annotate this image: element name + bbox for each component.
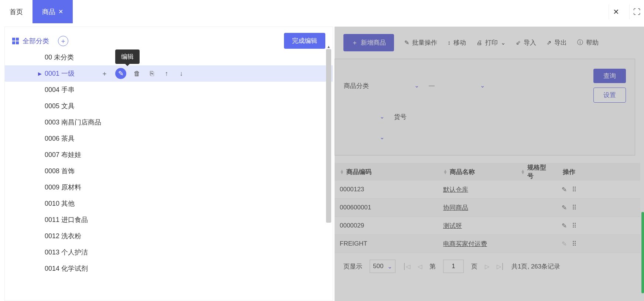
- tree-item[interactable]: 0004 手串: [5, 82, 333, 98]
- export-icon: ⇗: [547, 39, 551, 46]
- top-right-controls: ✕ ⛶: [609, 0, 644, 24]
- tree-item-label: 00 未分类: [45, 53, 74, 62]
- row-more-icon[interactable]: ⠿: [572, 222, 576, 230]
- tree-item-label: 0009 原材料: [45, 183, 81, 192]
- cell-ops: ✎⠿: [552, 199, 586, 216]
- add-product-button[interactable]: ＋ 新增商品: [343, 34, 394, 51]
- tree-item[interactable]: 0008 首饰: [5, 163, 333, 179]
- add-child-icon[interactable]: ＋: [100, 69, 109, 78]
- cell-name[interactable]: 电商买家付运费: [438, 235, 515, 253]
- print-button[interactable]: 🖨打印⌄: [476, 38, 506, 47]
- settings-button[interactable]: 设置: [593, 88, 626, 103]
- tree-item-label: 0003 南昌门店商品: [45, 118, 101, 127]
- delete-icon[interactable]: 🗑: [133, 69, 141, 78]
- prev-page-icon[interactable]: ◁: [418, 263, 422, 270]
- edit-icon[interactable]: ✎: [115, 68, 126, 79]
- move-down-icon[interactable]: ↓: [177, 69, 185, 78]
- page-input[interactable]: [443, 260, 464, 273]
- tree-item[interactable]: 0014 化学试剂: [5, 260, 333, 277]
- tab-home[interactable]: 首页: [0, 0, 32, 23]
- table-row[interactable]: FREIGHT电商买家付运费✎⠿: [335, 235, 640, 253]
- tree-item[interactable]: 0003 南昌门店商品: [5, 114, 333, 130]
- page-label-suffix: 页: [471, 262, 477, 271]
- filter-select-4[interactable]: ⌄: [344, 131, 384, 144]
- tree-item[interactable]: 0013 个人护洁: [5, 244, 333, 260]
- right-panel: ＋ 新增商品 ✎批量操作 ↕移动 🖨打印⌄ ⇙导入 ⇗导出 ⓘ帮助 商品分类 ⌄…: [335, 27, 644, 301]
- pagination-summary: 共1页, 263条记录: [511, 262, 560, 271]
- scroll-up-icon[interactable]: ▴: [326, 44, 331, 49]
- row-edit-icon[interactable]: ✎: [562, 222, 567, 230]
- cell-code: 0000029: [335, 217, 438, 235]
- th-name[interactable]: ▲▼商品名称: [438, 163, 515, 181]
- tree-item[interactable]: 0006 茶具: [5, 130, 333, 147]
- scrollbar-indicator[interactable]: [641, 212, 644, 293]
- last-page-icon[interactable]: ▷⎮: [497, 263, 504, 270]
- query-button[interactable]: 查询: [593, 69, 626, 83]
- cell-name[interactable]: 协同商品: [438, 199, 515, 216]
- tree-item[interactable]: 0009 原材料: [5, 179, 333, 195]
- tree-item-label: 0006 茶具: [45, 134, 75, 143]
- tree-item-label: 0014 化学试剂: [45, 264, 88, 273]
- help-button[interactable]: ⓘ帮助: [577, 38, 599, 47]
- row-more-icon[interactable]: ⠿: [572, 204, 576, 212]
- first-page-icon[interactable]: ⎮◁: [403, 263, 410, 270]
- tree-item[interactable]: 0007 布娃娃: [5, 147, 333, 163]
- row-edit-icon: ✎: [562, 240, 567, 248]
- cell-code: FREIGHT: [335, 235, 438, 253]
- th-spec[interactable]: ▲▼规格型号: [515, 163, 552, 181]
- close-all-icon[interactable]: ✕: [609, 4, 623, 19]
- per-page-label: 页显示: [343, 262, 362, 271]
- toolbar: ＋ 新增商品 ✎批量操作 ↕移动 🖨打印⌄ ⇙导入 ⇗导出 ⓘ帮助: [335, 27, 644, 59]
- tree-item[interactable]: 0010 其他: [5, 195, 333, 212]
- all-categories[interactable]: 全部分类: [12, 37, 49, 45]
- th-ops: 操作: [552, 163, 586, 181]
- fullscreen-icon[interactable]: ⛶: [629, 4, 644, 19]
- tree-item[interactable]: 0005 文具: [5, 98, 333, 114]
- filter-category-label: 商品分类: [344, 82, 369, 90]
- table-header: ▲▼商品编码 ▲▼商品名称 ▲▼规格型号 操作: [335, 163, 640, 181]
- product-table: ▲▼商品编码 ▲▼商品名称 ▲▼规格型号 操作 0000123默认仓库✎⠿000…: [335, 163, 640, 253]
- th-code[interactable]: ▲▼商品编码: [335, 163, 438, 181]
- tree-item-label: 0005 文具: [45, 102, 75, 110]
- edit-icon: ✎: [404, 39, 409, 46]
- batch-operation-button[interactable]: ✎批量操作: [404, 38, 437, 47]
- cell-name[interactable]: 默认仓库: [438, 181, 515, 198]
- chevron-down-icon: ⌄: [387, 263, 392, 270]
- tab-product[interactable]: 商品 ✕: [32, 0, 73, 23]
- scroll-thumb[interactable]: [326, 49, 331, 223]
- next-page-icon[interactable]: ▷: [485, 263, 489, 270]
- archive-icon[interactable]: ⎘: [148, 69, 156, 78]
- tree-item[interactable]: 0012 洗衣粉: [5, 228, 333, 244]
- row-more-icon[interactable]: ⠿: [572, 186, 576, 194]
- row-edit-icon[interactable]: ✎: [562, 186, 567, 194]
- close-icon[interactable]: ✕: [58, 8, 63, 15]
- row-more-icon[interactable]: ⠿: [572, 240, 576, 248]
- cell-spec: [515, 217, 552, 235]
- tree-scroll[interactable]: 00 未分类▶0001 一级＋编辑✎🗑⎘↑↓0004 手串0005 文具0003…: [5, 49, 333, 301]
- finish-edit-button[interactable]: 完成编辑: [284, 33, 325, 49]
- tree-item[interactable]: 00 未分类: [5, 49, 333, 65]
- caret-right-icon: ▶: [38, 71, 42, 76]
- cell-code: 000600001: [335, 199, 438, 216]
- add-category-button[interactable]: ＋: [58, 36, 68, 46]
- tree-item[interactable]: ▶0001 一级＋编辑✎🗑⎘↑↓: [5, 65, 333, 82]
- filter-category-select[interactable]: ⌄: [378, 79, 419, 92]
- sort-icon: ▲▼: [340, 170, 344, 174]
- chevron-down-icon: ⌄: [480, 82, 485, 89]
- cell-name[interactable]: 测试呀: [438, 217, 515, 235]
- export-button[interactable]: ⇗导出: [547, 38, 567, 47]
- import-button[interactable]: ⇙导入: [516, 38, 536, 47]
- filter-select-3[interactable]: ⌄: [344, 110, 384, 123]
- table-row[interactable]: 0000123默认仓库✎⠿: [335, 181, 640, 199]
- move-up-icon[interactable]: ↑: [162, 69, 171, 78]
- table-row[interactable]: 0000029测试呀✎⠿: [335, 217, 640, 235]
- table-row[interactable]: 000600001协同商品✎⠿: [335, 199, 640, 217]
- tree-item-label: 0008 首饰: [45, 167, 75, 175]
- tree-item-label: 0010 其他: [45, 199, 75, 208]
- move-button[interactable]: ↕移动: [448, 38, 466, 47]
- per-page-select[interactable]: 500⌄: [370, 260, 395, 273]
- filter-category-select-2[interactable]: ⌄: [444, 79, 485, 92]
- row-edit-icon[interactable]: ✎: [562, 204, 567, 212]
- tree-item[interactable]: 0011 进口食品: [5, 212, 333, 228]
- tree-item-label: 0012 洗衣粉: [45, 232, 81, 240]
